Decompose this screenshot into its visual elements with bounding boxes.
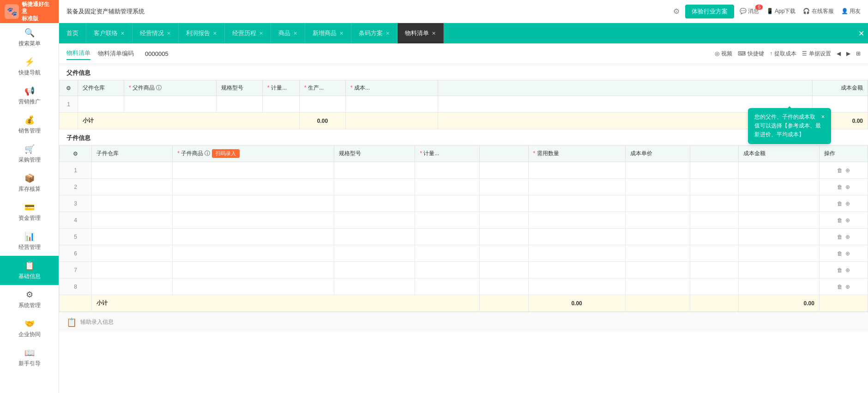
- sidebar-item-1[interactable]: ⚡快捷导航: [0, 52, 59, 81]
- copy-icon-8[interactable]: ⊕: [845, 284, 850, 290]
- parent-cell-product-1[interactable]: [124, 96, 217, 113]
- copy-icon-6[interactable]: ⊕: [845, 250, 850, 257]
- nav-tab-close-3[interactable]: ✕: [213, 30, 217, 36]
- nav-tab-close-8[interactable]: ✕: [432, 30, 436, 36]
- child-cell-unitcost-8[interactable]: [625, 278, 690, 295]
- child-cell-spec-4[interactable]: [334, 212, 415, 229]
- child-cell-warehouse-6[interactable]: [92, 245, 173, 262]
- child-cell-unitcost-2[interactable]: [625, 179, 690, 195]
- child-cell-spec-5[interactable]: [334, 229, 415, 245]
- child-cell-product-5[interactable]: [173, 229, 334, 245]
- child-cell-spec-8[interactable]: [334, 278, 415, 295]
- sidebar-item-10[interactable]: 🤝企业协同: [0, 314, 59, 343]
- child-cell-need-6[interactable]: [528, 245, 625, 262]
- child-cell-need-3[interactable]: [528, 195, 625, 212]
- sidebar-item-3[interactable]: 💰销售管理: [0, 110, 59, 139]
- copy-icon-1[interactable]: ⊕: [845, 167, 850, 174]
- child-cell-product-6[interactable]: [173, 245, 334, 262]
- grid-view-icon[interactable]: ⊞: [856, 50, 861, 57]
- child-cell-need-1[interactable]: [528, 162, 625, 179]
- child-cell-warehouse-3[interactable]: [92, 195, 173, 212]
- child-cell-spec-1[interactable]: [334, 162, 415, 179]
- nav-tab-close-6[interactable]: ✕: [339, 30, 344, 36]
- child-cell-unit-8[interactable]: [415, 278, 480, 295]
- parent-cell-unit-1[interactable]: [263, 96, 300, 113]
- child-cell-product-3[interactable]: [173, 195, 334, 212]
- message-badge[interactable]: 💬 消息 6: [740, 7, 759, 15]
- nav-tab-close-7[interactable]: ✕: [386, 30, 390, 36]
- child-cell-unit-6[interactable]: [415, 245, 480, 262]
- nav-tab-6[interactable]: 新增商品 ✕: [305, 23, 351, 43]
- copy-icon-5[interactable]: ⊕: [845, 234, 850, 240]
- delete-icon-6[interactable]: 🗑: [837, 250, 843, 257]
- parent-cell-spec-1[interactable]: [217, 96, 263, 113]
- nav-prev-icon[interactable]: ◀: [837, 50, 841, 57]
- delete-icon-4[interactable]: 🗑: [837, 217, 843, 224]
- sidebar-item-5[interactable]: 📦库存核算: [0, 169, 59, 198]
- child-cell-unit-1[interactable]: [415, 162, 480, 179]
- child-cell-need-4[interactable]: [528, 212, 625, 229]
- child-cell-spec-6[interactable]: [334, 245, 415, 262]
- copy-icon-2[interactable]: ⊕: [845, 184, 850, 190]
- nav-tab-4[interactable]: 经营历程 ✕: [225, 23, 271, 43]
- action-doc-settings[interactable]: ☰ 单据设置: [802, 50, 831, 58]
- child-cell-product-8[interactable]: [173, 278, 334, 295]
- nav-tab-8[interactable]: 物料清单 ✕: [398, 23, 444, 43]
- nav-tab-close-2[interactable]: ✕: [167, 30, 171, 36]
- sidebar-item-11[interactable]: 📖新手引导: [0, 343, 59, 372]
- sidebar-item-4[interactable]: 🛒采购管理: [0, 139, 59, 169]
- delete-icon-2[interactable]: 🗑: [837, 184, 843, 190]
- delete-icon-1[interactable]: 🗑: [837, 167, 843, 174]
- sidebar-item-6[interactable]: 💳资金管理: [0, 198, 59, 227]
- parent-cell-warehouse-1[interactable]: [78, 96, 124, 113]
- user-avatar[interactable]: 👤 用友: [841, 7, 861, 15]
- settings-icon[interactable]: ⚙: [673, 7, 680, 16]
- child-cell-need-7[interactable]: [528, 262, 625, 278]
- child-cell-unit-4[interactable]: [415, 212, 480, 229]
- child-cell-warehouse-5[interactable]: [92, 229, 173, 245]
- sidebar-item-0[interactable]: 🔍搜索菜单: [0, 23, 59, 52]
- nav-tab-5[interactable]: 商品 ✕: [271, 23, 305, 43]
- nav-tab-close-5[interactable]: ✕: [293, 30, 297, 36]
- child-cell-unitcost-5[interactable]: [625, 229, 690, 245]
- child-cell-unitcost-6[interactable]: [625, 245, 690, 262]
- sub-tab-code[interactable]: 物料清单编码: [98, 48, 134, 60]
- sidebar-item-9[interactable]: ⚙系统管理: [0, 285, 59, 314]
- nav-tab-2[interactable]: 经营情况 ✕: [133, 23, 179, 43]
- child-cell-unitcost-1[interactable]: [625, 162, 690, 179]
- parent-col-settings[interactable]: ⚙: [60, 80, 78, 96]
- app-download[interactable]: 📱 App下载: [766, 7, 796, 15]
- child-cell-warehouse-4[interactable]: [92, 212, 173, 229]
- scan-button[interactable]: 扫码录入: [212, 149, 240, 158]
- action-video[interactable]: ◎ 视频: [715, 50, 732, 58]
- child-cell-need-5[interactable]: [528, 229, 625, 245]
- child-cell-unitcost-3[interactable]: [625, 195, 690, 212]
- child-cell-warehouse-7[interactable]: [92, 262, 173, 278]
- nav-tab-1[interactable]: 客户联络 ✕: [86, 23, 133, 43]
- child-cell-product-7[interactable]: [173, 262, 334, 278]
- child-cell-warehouse-2[interactable]: [92, 179, 173, 195]
- child-col-settings[interactable]: ⚙: [60, 145, 92, 162]
- delete-icon-5[interactable]: 🗑: [837, 234, 843, 240]
- experience-btn[interactable]: 体验行业方案: [685, 5, 734, 18]
- child-cell-unit-7[interactable]: [415, 262, 480, 278]
- sidebar-item-2[interactable]: 📢营销推广: [0, 81, 59, 110]
- child-cell-product-2[interactable]: [173, 179, 334, 195]
- delete-icon-3[interactable]: 🗑: [837, 200, 843, 207]
- sidebar-item-8[interactable]: 📋基础信息: [0, 256, 59, 285]
- nav-next-icon[interactable]: ▶: [846, 50, 850, 57]
- child-cell-unit-3[interactable]: [415, 195, 480, 212]
- parent-cell-cost-1[interactable]: [346, 96, 438, 113]
- child-cell-product-1[interactable]: [173, 162, 334, 179]
- sub-tab-list[interactable]: 物料清单: [66, 47, 90, 60]
- tooltip-close-btn[interactable]: ×: [821, 113, 825, 121]
- child-cell-spec-2[interactable]: [334, 179, 415, 195]
- action-extract-cost[interactable]: ↑ 提取成本: [770, 50, 796, 58]
- sidebar-item-7[interactable]: 📊经营管理: [0, 227, 59, 256]
- child-cell-need-2[interactable]: [528, 179, 625, 195]
- close-all-icon[interactable]: ✕: [858, 29, 864, 38]
- child-cell-product-4[interactable]: [173, 212, 334, 229]
- child-cell-need-8[interactable]: [528, 278, 625, 295]
- child-cell-spec-7[interactable]: [334, 262, 415, 278]
- nav-tab-3[interactable]: 利润报告 ✕: [179, 23, 225, 43]
